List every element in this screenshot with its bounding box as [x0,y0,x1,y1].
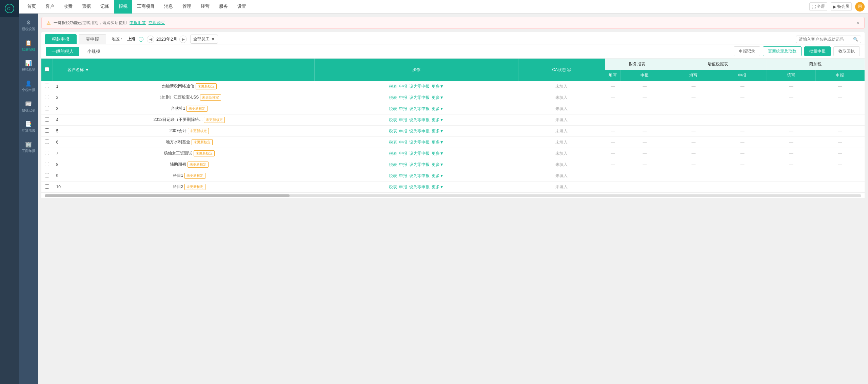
batch-declare-button[interactable]: 批量申报 [804,46,831,56]
op-更多[interactable]: 更多▼ [432,95,444,100]
op-更多[interactable]: 更多▼ [432,151,444,156]
retrieve-receipt-button[interactable]: 收取回执 [833,46,860,56]
nav-tax[interactable]: 报税 [114,0,132,14]
th-vat-fill: 填写 [669,70,718,81]
row-col-5: — [815,159,864,170]
nav-operations[interactable]: 经营 [196,0,214,14]
row-checkbox[interactable] [45,173,49,177]
search-input[interactable] [799,37,853,42]
horizontal-scrollbar[interactable] [41,193,865,198]
nav-settings[interactable]: 设置 [233,0,251,14]
op-设为零申报[interactable]: 设为零申报 [409,173,430,178]
submenu-annual-settle[interactable]: 📑 汇算清缴 [19,117,38,137]
scroll-track[interactable] [45,194,861,197]
op-更多[interactable]: 更多▼ [432,118,444,122]
op-更多[interactable]: 更多▼ [432,84,444,89]
op-税表[interactable]: 税表 [389,106,397,111]
scroll-thumb[interactable] [45,194,290,197]
op-设为零申报[interactable]: 设为零申报 [409,151,430,156]
region-info-icon[interactable]: i [139,37,143,42]
op-申报[interactable]: 申报 [399,106,407,111]
nav-admin[interactable]: 管理 [178,0,196,14]
row-checkbox[interactable] [45,117,49,122]
tab-tax-declare[interactable]: 税款申报 [45,34,77,44]
date-next-button[interactable]: ▶ [179,36,187,43]
nav-service[interactable]: 服务 [214,0,233,14]
op-更多[interactable]: 更多▼ [432,129,444,133]
op-税表[interactable]: 税表 [389,95,397,100]
op-更多[interactable]: 更多▼ [432,106,444,111]
op-申报[interactable]: 申报 [399,118,407,122]
op-设为零申报[interactable]: 设为零申报 [409,185,430,189]
submenu-tax-overview[interactable]: 📊 报税总览 [19,56,38,76]
submenu-personal-tax[interactable]: 👤 个税申报 [19,76,38,97]
banner-link-buy[interactable]: 立即购买 [149,20,165,26]
table-row: 7杨仙女工资测试未更新核定税表申报设为零申报更多▼未填入—————— [41,148,865,159]
tab-zero-declare[interactable]: 零申报 [79,34,106,44]
department-select[interactable]: 全部员工 ▼ [190,35,218,44]
nav-bizproject[interactable]: 工商项目 [132,0,159,14]
select-all-checkbox[interactable] [45,67,49,71]
row-operations: 税表申报设为零申报更多▼ [314,148,518,159]
op-更多[interactable]: 更多▼ [432,173,444,178]
nav-billing[interactable]: 收费 [59,0,77,14]
tab-general-taxpayer[interactable]: 一般的税人 [46,47,79,56]
op-申报[interactable]: 申报 [399,129,407,133]
banner-close-button[interactable]: ✕ [856,21,860,25]
op-更多[interactable]: 更多▼ [432,185,444,189]
nav-home[interactable]: 首页 [22,0,41,14]
op-更多[interactable]: 更多▼ [432,162,444,167]
op-设为零申报[interactable]: 设为零申报 [409,84,430,89]
nav-invoice[interactable]: 票据 [77,0,96,14]
op-设为零申报[interactable]: 设为零申报 [409,129,430,133]
op-税表[interactable]: 税表 [389,118,397,122]
banner-link-submit[interactable]: 申报汇签 [130,20,146,26]
op-税表[interactable]: 税表 [389,84,397,89]
row-checkbox[interactable] [45,106,49,110]
op-申报[interactable]: 申报 [399,162,407,167]
declare-records-button[interactable]: 申报记录 [734,46,760,56]
op-税表[interactable]: 税表 [389,140,397,145]
row-checkbox[interactable] [45,95,49,99]
update-confirm-button[interactable]: 更新统定及取数 [763,46,802,56]
member-button[interactable]: ▶ 畅会员 [831,2,852,11]
nav-accounting[interactable]: 记账 [96,0,114,14]
nav-message[interactable]: 消息 [159,0,178,14]
op-设为零申报[interactable]: 设为零申报 [409,95,430,100]
submenu-tax-settings[interactable]: ⚙ 报税设置 [19,15,38,36]
row-checkbox[interactable] [45,162,49,166]
op-税表[interactable]: 税表 [389,129,397,133]
submenu-tax-records[interactable]: 📰 报税记录 [19,97,38,117]
th-checkbox [41,59,53,81]
op-设为零申报[interactable]: 设为零申报 [409,118,430,122]
op-税表[interactable]: 税表 [389,173,397,178]
dept-select-chevron-icon: ▼ [211,37,215,42]
op-设为零申报[interactable]: 设为零申报 [409,106,430,111]
op-设为零申报[interactable]: 设为零申报 [409,140,430,145]
row-checkbox[interactable] [45,140,49,144]
op-税表[interactable]: 税表 [389,151,397,156]
user-avatar[interactable]: 用 [855,2,865,12]
op-申报[interactable]: 申报 [399,84,407,89]
op-税表[interactable]: 税表 [389,162,397,167]
op-申报[interactable]: 申报 [399,151,407,156]
op-申报[interactable]: 申报 [399,173,407,178]
op-税表[interactable]: 税表 [389,185,397,189]
op-申报[interactable]: 申报 [399,185,407,189]
search-icon[interactable]: 🔍 [853,37,858,42]
fullscreen-button[interactable]: ⛶ 全屏 [809,2,827,11]
row-customer-name: 科目2未更新核定 [64,182,314,193]
nav-customer[interactable]: 客户 [41,0,59,14]
submenu-batch-tax[interactable]: 📋 批量报税 [19,36,38,56]
op-设为零申报[interactable]: 设为零申报 [409,162,430,167]
op-更多[interactable]: 更多▼ [432,140,444,145]
row-checkbox[interactable] [45,128,49,133]
row-checkbox[interactable] [45,84,49,88]
tab-small-scale[interactable]: 小规模 [82,47,106,56]
row-checkbox[interactable] [45,151,49,155]
date-prev-button[interactable]: ◀ [147,36,154,43]
op-申报[interactable]: 申报 [399,140,407,145]
submenu-biz-annual[interactable]: 🏢 工商年报 [19,137,38,157]
op-申报[interactable]: 申报 [399,95,407,100]
row-checkbox[interactable] [45,184,49,189]
